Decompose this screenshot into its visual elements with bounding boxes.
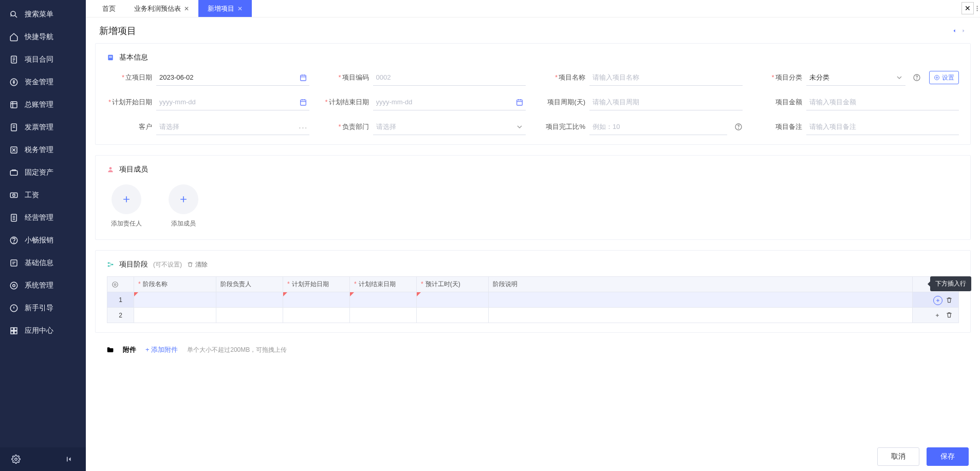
appcenter-icon	[9, 326, 19, 335]
cancel-button[interactable]: 取消	[877, 447, 919, 466]
field-name: *项目名称	[540, 69, 743, 86]
svg-rect-3	[11, 102, 17, 108]
attachment-hint: 单个大小不超过200MB，可拖拽上传	[187, 346, 287, 354]
input-amount[interactable]	[806, 94, 959, 110]
svg-rect-23	[109, 56, 112, 56]
help-icon[interactable]	[913, 73, 921, 82]
stage-cell[interactable]	[283, 292, 350, 308]
attachments-card: 附件 + 添加附件 单个大小不超过200MB，可拖拽上传	[95, 343, 971, 364]
sidebar-item-system[interactable]: 系统管理	[0, 274, 86, 297]
stages-title: 项目阶段	[119, 260, 148, 269]
stage-row[interactable]: 2	[107, 308, 959, 323]
svg-point-20	[15, 458, 17, 461]
sidebar-item-salary[interactable]: 工资	[0, 184, 86, 206]
add-responsible-label: 添加责任人	[111, 219, 142, 228]
contract-icon	[9, 55, 19, 64]
stage-cell[interactable]	[489, 308, 913, 323]
svg-point-29	[935, 76, 939, 80]
tab-profit[interactable]: 业务利润预估表✕	[125, 0, 198, 17]
field-dept: *负责部门	[324, 119, 526, 135]
input-period[interactable]	[589, 94, 743, 110]
input-plan_end[interactable]	[373, 94, 526, 110]
prev-arrow-icon[interactable]	[951, 28, 957, 34]
insert-row-button[interactable]	[932, 310, 942, 321]
sidebar-item-operation[interactable]: 经营管理	[0, 206, 86, 229]
stage-cell[interactable]	[134, 292, 216, 308]
help-icon[interactable]	[734, 123, 743, 131]
tab-newproj[interactable]: 新增项目✕	[198, 0, 252, 17]
field-code: *项目编码	[324, 69, 526, 86]
label-name: *项目名称	[540, 73, 585, 82]
category-settings-button[interactable]: 设置	[929, 71, 959, 84]
tab-label: 业务利润预估表	[134, 4, 181, 13]
svg-rect-24	[109, 57, 112, 58]
stage-cell[interactable]	[417, 308, 489, 323]
svg-rect-19	[14, 331, 17, 334]
sidebar-item-appcenter[interactable]: 应用中心	[0, 319, 86, 342]
stage-col-5: 阶段说明	[489, 277, 913, 292]
field-plan_end: *计划结束日期	[324, 94, 526, 110]
input-complete[interactable]	[589, 119, 727, 135]
sidebar-item-quicknav[interactable]: 快捷导航	[0, 26, 86, 48]
input-category[interactable]	[806, 69, 906, 86]
salary-icon	[9, 191, 19, 200]
tab-close-icon[interactable]: ✕	[184, 5, 189, 12]
input-date_setup[interactable]	[156, 69, 309, 86]
stage-col-3: 计划结束日期	[350, 277, 417, 292]
sidebar-item-reimburse[interactable]: 小畅报销	[0, 229, 86, 252]
expand-icon[interactable]: ⁝	[975, 2, 979, 14]
sidebar-item-guide[interactable]: 新手引导	[0, 297, 86, 319]
sidebar-item-asset[interactable]: 固定资产	[0, 161, 86, 184]
stage-cell[interactable]	[350, 292, 417, 308]
next-arrow-icon[interactable]	[960, 28, 967, 34]
input-plan_start[interactable]	[156, 94, 309, 110]
sidebar-item-label: 资金管理	[25, 78, 53, 87]
stages-hint: (可不设置)	[153, 260, 182, 269]
input-remark[interactable]	[806, 119, 959, 135]
collapse-icon[interactable]	[65, 455, 75, 464]
tab-close-icon[interactable]: ✕	[237, 5, 243, 12]
stage-gear-header[interactable]	[107, 277, 134, 292]
stage-cell[interactable]	[417, 292, 489, 308]
insert-row-button[interactable]	[933, 296, 942, 305]
delete-row-button[interactable]	[944, 295, 954, 305]
main-area: 首页业务利润预估表✕新增项目✕ ✕ ⁝ 新增项目 基本信息 *立项日期*项目编码…	[86, 0, 980, 471]
add-responsible-button[interactable]	[112, 184, 141, 214]
stage-cell[interactable]	[216, 292, 283, 308]
stage-row-actions	[913, 308, 959, 323]
input-customer[interactable]	[156, 119, 309, 135]
sidebar-item-baseinfo[interactable]: 基础信息	[0, 252, 86, 274]
stage-cell[interactable]	[283, 308, 350, 323]
input-code[interactable]	[373, 69, 526, 86]
stages-card: 项目阶段 (可不设置) 清除 阶段名称阶段负责人计划开始日期计划结束日期预计工时…	[95, 250, 971, 333]
tab-home[interactable]: 首页	[93, 0, 125, 17]
stage-cell[interactable]	[216, 308, 283, 323]
label-remark: 项目备注	[757, 122, 802, 131]
save-button[interactable]: 保存	[927, 447, 969, 466]
svg-rect-18	[11, 331, 13, 334]
delete-row-button[interactable]	[944, 310, 954, 320]
sidebar-item-search[interactable]: 搜索菜单	[0, 3, 86, 26]
basic-info-title: 基本信息	[119, 53, 148, 62]
add-attachment-button[interactable]: + 添加附件	[145, 345, 178, 354]
sidebar-footer	[0, 447, 86, 471]
form-grid: *立项日期*项目编码*项目名称*项目分类设置*计划开始日期*计划结束日期项目周期…	[107, 69, 959, 135]
close-panel-button[interactable]: ✕	[961, 2, 974, 14]
svg-point-38	[114, 284, 116, 286]
stages-clear-button[interactable]: 清除	[187, 260, 208, 269]
stage-row[interactable]: 1	[107, 292, 959, 308]
sidebar-item-invoice[interactable]: 发票管理	[0, 116, 86, 139]
stage-cell[interactable]	[489, 292, 913, 308]
sidebar-item-contract[interactable]: 项目合同	[0, 48, 86, 71]
sidebar-item-tax[interactable]: 税务管理	[0, 139, 86, 161]
stage-cell[interactable]	[134, 308, 216, 323]
sidebar-item-funds[interactable]: 资金管理	[0, 71, 86, 93]
gear-icon[interactable]	[11, 455, 21, 464]
add-member-button[interactable]	[169, 184, 198, 214]
people-icon	[107, 166, 114, 173]
svg-point-34	[109, 167, 112, 169]
stage-cell[interactable]	[350, 308, 417, 323]
input-dept[interactable]	[373, 119, 526, 135]
input-name[interactable]	[589, 69, 743, 86]
sidebar-item-ledger[interactable]: 总账管理	[0, 93, 86, 116]
